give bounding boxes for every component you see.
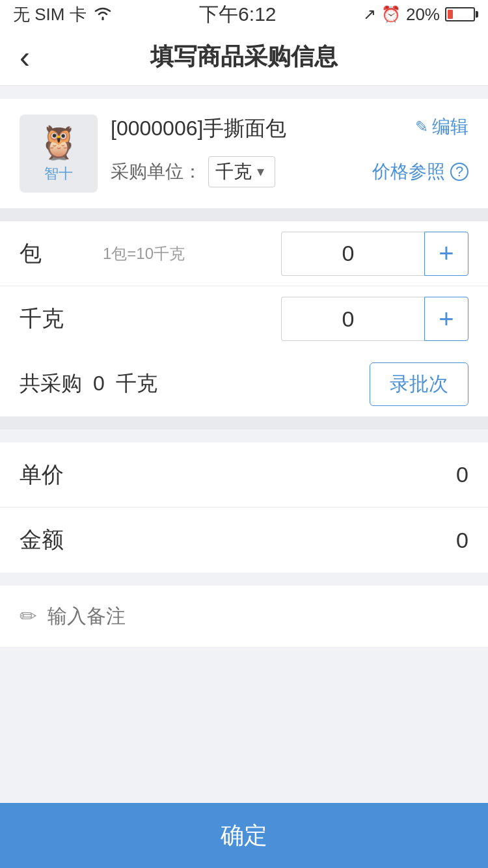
back-button[interactable]: ‹ <box>20 39 30 75</box>
price-ref-label: 价格参照 <box>372 159 445 184</box>
amount-value: 0 <box>456 528 468 553</box>
section-divider-1 <box>0 208 488 221</box>
carrier-text: 无 SIM 卡 <box>13 3 87 26</box>
unit-price-row: 单价 0 <box>0 442 488 508</box>
location-icon: ↗ <box>363 5 376 23</box>
bao-input-row: 包 1包=10千克 + <box>0 221 488 286</box>
price-reference-button[interactable]: 价格参照 ? <box>372 159 468 184</box>
confirm-bar[interactable]: 确定 <box>0 803 488 868</box>
kg-quantity-input[interactable] <box>281 297 424 341</box>
alarm-icon: ⏰ <box>381 5 401 23</box>
amount-row: 金额 0 <box>0 508 488 573</box>
kg-plus-button[interactable]: + <box>424 297 468 341</box>
product-header: [0000006]手撕面包 ✎ 编辑 <box>111 115 468 143</box>
product-logo-text: 智十 <box>44 165 73 182</box>
remark-section[interactable]: ✏ <box>0 586 488 647</box>
summary-text: 共采购 0 千克 <box>20 370 157 398</box>
kg-plus-icon: + <box>439 305 454 334</box>
nav-bar: ‹ 填写商品采购信息 <box>0 29 488 86</box>
price-section: 单价 0 金额 0 <box>0 442 488 573</box>
input-section: 包 1包=10千克 + 千克 + <box>0 221 488 351</box>
record-batch-button[interactable]: 录批次 <box>370 362 468 406</box>
status-bar: 无 SIM 卡 下午6:12 ↗ ⏰ 20% <box>0 0 488 29</box>
main-content: 🦉 智十 [0000006]手撕面包 ✎ 编辑 采购单位： 千克 ▾ <box>0 86 488 868</box>
summary-amount: 0 <box>93 372 105 395</box>
bao-sub-label: 1包=10千克 <box>103 243 185 264</box>
unit-value: 千克 <box>215 159 252 184</box>
product-image: 🦉 智十 <box>20 115 98 193</box>
edit-button[interactable]: ✎ 编辑 <box>415 115 468 139</box>
kg-input-right: + <box>281 297 468 341</box>
confirm-button-label: 确定 <box>221 820 267 852</box>
summary-row: 共采购 0 千克 录批次 <box>0 351 488 416</box>
dropdown-arrow-icon: ▾ <box>257 163 264 180</box>
bao-plus-icon: + <box>439 239 454 268</box>
battery-icon <box>445 7 475 21</box>
product-info: [0000006]手撕面包 ✎ 编辑 采购单位： 千克 ▾ 价格参照 ? <box>111 115 468 187</box>
status-left: 无 SIM 卡 <box>13 3 113 26</box>
kg-label: 千克 <box>20 304 98 334</box>
unit-price-value: 0 <box>456 462 468 487</box>
product-name: [0000006]手撕面包 <box>111 115 286 143</box>
section-divider-2 <box>0 416 488 429</box>
unit-select-dropdown[interactable]: 千克 ▾ <box>208 156 275 187</box>
kg-input-row: 千克 + <box>0 286 488 351</box>
bao-label: 包 <box>20 239 98 269</box>
edit-label: 编辑 <box>432 115 468 139</box>
page-title: 填写商品采购信息 <box>150 41 338 73</box>
pencil-icon: ✏ <box>20 604 37 629</box>
bao-input-right: + <box>281 232 468 276</box>
battery-percent: 20% <box>406 5 440 25</box>
unit-price-label: 单价 <box>20 460 64 490</box>
status-time: 下午6:12 <box>199 1 276 28</box>
bao-quantity-input[interactable] <box>281 232 424 276</box>
bao-plus-button[interactable]: + <box>424 232 468 276</box>
remark-input[interactable] <box>47 605 468 627</box>
product-unit-row: 采购单位： 千克 ▾ 价格参照 ? <box>111 156 468 187</box>
product-card: 🦉 智十 [0000006]手撕面包 ✎ 编辑 采购单位： 千克 ▾ <box>0 99 488 208</box>
amount-label: 金额 <box>20 525 64 555</box>
edit-icon: ✎ <box>415 118 428 136</box>
wifi-icon <box>93 5 113 25</box>
unit-label: 采购单位： 千克 ▾ <box>111 156 275 187</box>
product-logo-icon: 🦉 <box>38 124 79 161</box>
status-right: ↗ ⏰ 20% <box>363 5 475 25</box>
help-circle-icon: ? <box>450 163 468 181</box>
